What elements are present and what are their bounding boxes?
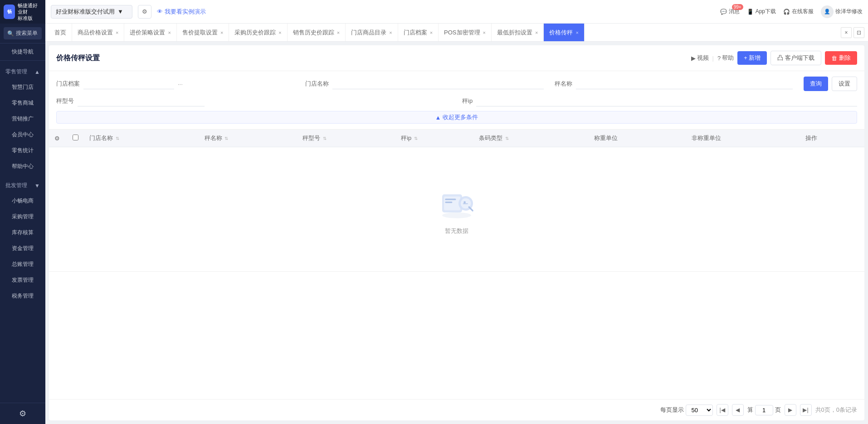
- app-download-button[interactable]: 📱 App下载: [747, 8, 776, 15]
- delete-icon: 🗑: [831, 55, 837, 62]
- close-icon[interactable]: ×: [337, 30, 340, 35]
- video-link[interactable]: ▶ 视频: [691, 54, 709, 62]
- next-page-button[interactable]: ▶: [785, 404, 796, 416]
- tab-home-label: 首页: [54, 29, 66, 37]
- close-icon[interactable]: ×: [430, 30, 433, 35]
- version-selector[interactable]: 好业财标准版交付试用 ▼: [51, 5, 132, 19]
- th-store-name: 门店名称 ⇅: [84, 130, 199, 147]
- help-icon: ?: [717, 55, 721, 62]
- store-file-more-icon[interactable]: ···: [178, 81, 183, 87]
- sidebar-settings-button[interactable]: ⚙: [0, 403, 45, 424]
- close-icon[interactable]: ×: [278, 30, 281, 35]
- last-page-button[interactable]: ▶|: [800, 404, 812, 416]
- wholesale-section-label: 批发管理: [5, 182, 27, 189]
- scale-name-input[interactable]: [576, 78, 793, 89]
- filter-row-2: 秤型号 秤ip: [56, 96, 857, 106]
- maximize-window-button[interactable]: ⊡: [853, 27, 864, 38]
- close-icon[interactable]: ×: [116, 30, 118, 35]
- sidebar-section-retail-header[interactable]: 零售管理 ▲: [4, 64, 42, 79]
- sidebar-item-marketing[interactable]: 营销推广: [4, 111, 42, 127]
- page-info: 算 页: [747, 405, 781, 415]
- version-selector-text: 好业财标准版交付试用: [56, 8, 115, 16]
- close-icon[interactable]: ×: [389, 30, 392, 35]
- tab-product-price-label: 商品价格设置: [78, 29, 113, 37]
- th-settings[interactable]: ⚙: [49, 130, 67, 147]
- scale-model-input[interactable]: [78, 96, 205, 106]
- th-non-weight-unit: 非称重单位: [686, 130, 800, 147]
- sidebar-item-smart-store[interactable]: 智慧门店: [4, 79, 42, 95]
- table-header: ⚙ 门店名称 ⇅ 秤名称 ⇅ 秤型号 ⇅: [49, 130, 864, 147]
- add-button[interactable]: + 新增: [737, 51, 767, 65]
- tab-sale-price[interactable]: 售价提取设置 ×: [177, 24, 229, 42]
- tab-store-file[interactable]: 门店档案 ×: [398, 24, 439, 42]
- prev-page-button[interactable]: ◀: [732, 404, 744, 416]
- demo-label: 我要看实例演示: [165, 8, 206, 16]
- tab-min-discount[interactable]: 最低折扣设置 ×: [492, 24, 544, 42]
- message-badge: 99+: [732, 4, 743, 10]
- sidebar-item-tax[interactable]: 税务管理: [0, 288, 45, 304]
- store-file-input[interactable]: [83, 78, 174, 89]
- select-all-checkbox[interactable]: [73, 135, 78, 140]
- sidebar-item-ecommerce[interactable]: 小畅电商: [0, 193, 45, 209]
- delete-button[interactable]: 🗑 删除: [825, 51, 857, 65]
- sidebar-item-inventory[interactable]: 库存核算: [0, 225, 45, 241]
- tab-pos-encrypt[interactable]: POS加密管理 ×: [439, 24, 492, 42]
- th-checkbox[interactable]: [67, 130, 84, 147]
- close-window-button[interactable]: ×: [841, 27, 852, 38]
- tab-purchase-history[interactable]: 采购历史价跟踪 ×: [229, 24, 287, 42]
- close-icon[interactable]: ×: [575, 30, 578, 35]
- tab-home[interactable]: 首页: [49, 24, 72, 42]
- tab-store-catalog-label: 门店商品目录: [351, 29, 386, 37]
- query-button[interactable]: 查询: [804, 77, 828, 91]
- add-label: + 新增: [744, 54, 761, 62]
- th-barcode-type: 条码类型 ⇅: [473, 130, 589, 147]
- sidebar-item-purchase-mgmt[interactable]: 采购管理: [0, 209, 45, 225]
- scale-ip-input[interactable]: [476, 96, 857, 106]
- per-page-dropdown[interactable]: 50 10 20 100: [686, 405, 713, 416]
- tab-sales-history-label: 销售历史价跟踪: [293, 29, 334, 37]
- tab-sales-history[interactable]: 销售历史价跟踪 ×: [288, 24, 346, 42]
- message-button[interactable]: 💬 消息 99+: [720, 8, 740, 15]
- collapse-button[interactable]: ▲ 收起更多条件: [56, 111, 857, 124]
- page-number-input[interactable]: [755, 405, 773, 415]
- help-link[interactable]: ? 帮助: [717, 54, 734, 62]
- sidebar-item-quicknav[interactable]: 快捷导航: [0, 43, 45, 61]
- sidebar-item-invoice[interactable]: 发票管理: [0, 272, 45, 288]
- close-icon[interactable]: ×: [483, 30, 486, 35]
- store-name-input[interactable]: [332, 78, 543, 89]
- search-menu-button[interactable]: 🔍 搜索菜单: [4, 27, 42, 39]
- pagination: 每页显示 50 10 20 100 |◀ ◀ 算 页 ▶ ▶| 共0页，0条记录: [49, 399, 864, 420]
- tab-purchase-strategy[interactable]: 进价策略设置 ×: [124, 24, 176, 42]
- total-text: 共0页，0条记录: [815, 406, 857, 414]
- tab-price-scale[interactable]: 价格传秤 ×: [544, 24, 584, 42]
- sidebar-item-finance-mgmt[interactable]: 资金管理: [0, 241, 45, 256]
- filter-action-buttons: 查询 设置: [804, 77, 857, 91]
- sidebar-item-ledger[interactable]: 总账管理: [0, 256, 45, 272]
- sidebar-item-member-center[interactable]: 会员中心: [4, 127, 42, 143]
- th-scale-model: 秤型号 ⇅: [297, 130, 395, 147]
- sidebar-section-wholesale-header[interactable]: 批发管理 ▼: [0, 178, 45, 193]
- demo-button[interactable]: 👁 我要看实例演示: [157, 8, 206, 16]
- sidebar-item-retail-stats[interactable]: 零售统计: [4, 143, 42, 159]
- setup-button[interactable]: 设置: [832, 77, 857, 91]
- close-icon[interactable]: ×: [535, 30, 538, 35]
- page-title: 价格传秤设置: [56, 53, 100, 63]
- logo-icon: 畅: [4, 5, 15, 19]
- close-icon[interactable]: ×: [220, 30, 223, 35]
- online-service-button[interactable]: 🎧 在线客服: [783, 8, 814, 15]
- svg-rect-2: [444, 197, 460, 210]
- first-page-button[interactable]: |◀: [717, 404, 728, 416]
- scale-name-label: 秤名称: [555, 80, 572, 88]
- download-button[interactable]: 凸 客户端下载: [770, 51, 821, 65]
- close-icon[interactable]: ×: [168, 30, 171, 35]
- empty-illustration: [434, 183, 479, 220]
- sidebar-item-help-center[interactable]: 帮助中心: [4, 159, 42, 174]
- sort-icon: ⇅: [505, 136, 509, 141]
- chevron-down-icon: ▼: [117, 8, 123, 15]
- settings-button[interactable]: ⚙: [138, 5, 151, 19]
- user-profile[interactable]: 👤 徐泽华修改: [821, 5, 863, 18]
- tab-product-price[interactable]: 商品价格设置 ×: [72, 24, 124, 42]
- username: 徐泽华修改: [835, 8, 863, 15]
- tab-store-catalog[interactable]: 门店商品目录 ×: [346, 24, 398, 42]
- sidebar-item-retail-mall[interactable]: 零售商城: [4, 95, 42, 111]
